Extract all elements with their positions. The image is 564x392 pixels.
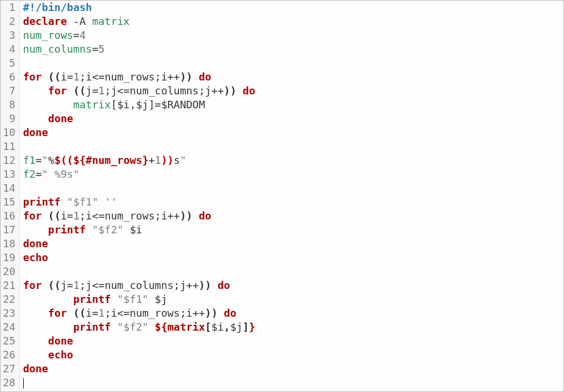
line-number: 20	[3, 265, 16, 279]
code-line: done	[23, 112, 563, 126]
line-number: 1	[3, 1, 16, 14]
line-number: 8	[3, 98, 16, 112]
line-number: 27	[3, 362, 16, 376]
code-line	[23, 376, 563, 390]
code-line: printf "$f2" ${matrix[$i,$j]}	[23, 320, 563, 334]
code-line: declare -A matrix	[23, 14, 563, 28]
code-line: printf "$f1" $j	[23, 292, 563, 306]
line-number: 22	[3, 292, 16, 306]
line-number: 2	[3, 14, 16, 28]
line-number: 3	[3, 28, 16, 42]
line-number: 10	[3, 126, 16, 140]
code-line: for ((i=1;i<=num_rows;i++)) do	[23, 209, 563, 223]
code-editor: 1234567891011121314151617181920212223242…	[0, 0, 564, 392]
line-number: 12	[3, 153, 16, 167]
line-number: 28	[3, 376, 16, 390]
code-line: matrix[$i,$j]=$RANDOM	[23, 98, 563, 112]
line-number: 23	[3, 306, 16, 320]
line-number: 17	[3, 223, 16, 237]
code-line: echo	[23, 348, 563, 362]
code-line	[23, 265, 563, 279]
source-code[interactable]: #!/bin/bashdeclare -A matrixnum_rows=4nu…	[20, 1, 563, 390]
line-number: 25	[3, 334, 16, 348]
code-line: done	[23, 362, 563, 376]
line-number: 7	[3, 84, 16, 98]
code-line: done	[23, 126, 563, 140]
code-line: for ((i=1;i<=num_rows;i++)) do	[23, 70, 563, 84]
line-number: 14	[3, 181, 16, 195]
line-number: 18	[3, 237, 16, 251]
line-number-gutter: 1234567891011121314151617181920212223242…	[1, 1, 20, 390]
code-line: f1="%$((${#num_rows}+1))s"	[23, 153, 563, 167]
code-line: printf "$f1" ''	[23, 195, 563, 209]
code-line: done	[23, 334, 563, 348]
code-line: echo	[23, 251, 563, 265]
line-number: 6	[3, 70, 16, 84]
code-line: for ((j=1;j<=num_columns;j++)) do	[23, 279, 563, 292]
line-number: 13	[3, 167, 16, 181]
code-line: for ((j=1;j<=num_columns;j++)) do	[23, 84, 563, 98]
line-number: 15	[3, 195, 16, 209]
code-line	[23, 56, 563, 70]
code-line: #!/bin/bash	[23, 1, 563, 14]
code-line: f2=" %9s"	[23, 167, 563, 181]
code-line	[23, 140, 563, 153]
code-line: num_columns=5	[23, 42, 563, 56]
code-line	[23, 181, 563, 195]
line-number: 21	[3, 279, 16, 292]
code-line: printf "$f2" $i	[23, 223, 563, 237]
line-number: 4	[3, 42, 16, 56]
code-block: 1234567891011121314151617181920212223242…	[1, 1, 563, 390]
code-line: num_rows=4	[23, 28, 563, 42]
line-number: 26	[3, 348, 16, 362]
line-number: 24	[3, 320, 16, 334]
line-number: 16	[3, 209, 16, 223]
line-number: 5	[3, 56, 16, 70]
code-line: for ((i=1;i<=num_rows;i++)) do	[23, 306, 563, 320]
code-line: done	[23, 237, 563, 251]
line-number: 9	[3, 112, 16, 126]
line-number: 19	[3, 251, 16, 265]
line-number: 11	[3, 140, 16, 153]
